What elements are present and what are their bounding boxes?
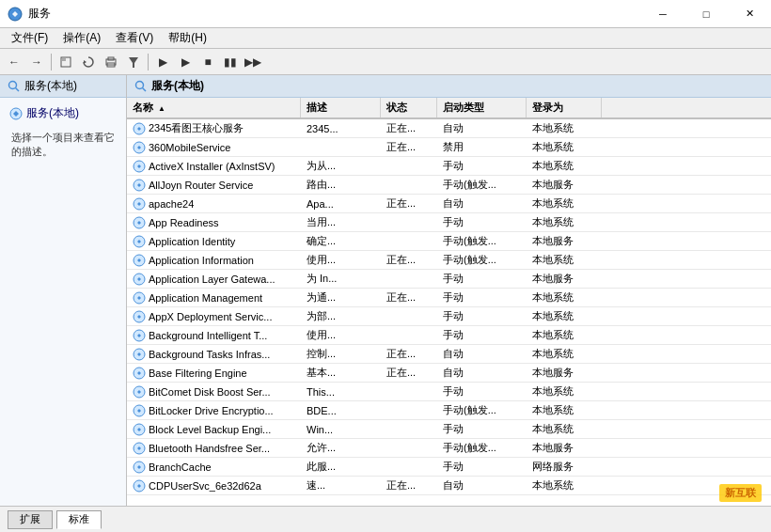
service-name-text: Base Filtering Engine: [149, 368, 247, 379]
title-bar-controls: ─ □ ✕: [641, 0, 771, 28]
tab-standard[interactable]: 标准: [56, 510, 102, 529]
toolbar-filter[interactable]: [123, 52, 144, 72]
cell-start: 自动: [437, 119, 527, 137]
toolbar-play[interactable]: ▶: [152, 52, 173, 72]
table-row[interactable]: Base Filtering Engine 基本... 正在... 自动 本地服…: [127, 364, 771, 383]
cell-login: 本地系统: [527, 326, 602, 344]
toolbar-sep-2: [148, 54, 149, 70]
cell-status: [381, 315, 437, 319]
cell-login: 本地系统: [527, 213, 602, 231]
cell-name: Background Tasks Infras...: [127, 346, 301, 363]
table-row[interactable]: AllJoyn Router Service 路由... 手动(触发... 本地…: [127, 176, 771, 195]
col-header-name[interactable]: 名称 ▲: [127, 98, 301, 117]
toolbar-sep-1: [51, 54, 52, 70]
service-name-text: Block Level Backup Engi...: [149, 424, 271, 435]
cell-desc: 基本...: [301, 364, 381, 382]
status-bar: 扩展 标准: [0, 506, 771, 532]
menu-view[interactable]: 查看(V): [108, 28, 161, 48]
minimize-button[interactable]: ─: [641, 0, 684, 28]
left-pane: 服务(本地) 服务(本地) 选择一个项目来查看它的描述。: [0, 75, 127, 506]
toolbar-up[interactable]: [55, 52, 76, 72]
table-row[interactable]: BitComet Disk Boost Ser... This... 手动 本地…: [127, 383, 771, 401]
table-row[interactable]: Background Intelligent T... 使用... 手动 本地系…: [127, 326, 771, 345]
table-row[interactable]: CDPUserSvc_6e32d62a 速... 正在... 自动 本地系统: [127, 477, 771, 495]
toolbar-play2[interactable]: ▶: [175, 52, 196, 72]
table-row[interactable]: Background Tasks Infras... 控制... 正在... 自…: [127, 345, 771, 364]
cell-status: [381, 240, 437, 243]
toolbar-back[interactable]: ←: [4, 52, 24, 72]
service-name-text: CDPUserSvc_6e32d62a: [149, 480, 261, 492]
cell-status: 正在...: [381, 345, 437, 363]
cell-status: [381, 164, 437, 168]
table-row[interactable]: BitLocker Drive Encryptio... BDE... 手动(触…: [127, 401, 771, 420]
toolbar: ← → ▶ ▶ ■ ▮▮ ▶▶: [0, 49, 771, 75]
col-header-login[interactable]: 登录为: [527, 98, 602, 117]
tab-expand[interactable]: 扩展: [8, 510, 53, 529]
cell-start: 手动: [437, 383, 527, 400]
cell-login: 本地系统: [527, 138, 602, 156]
cell-login: 本地服务: [527, 176, 602, 194]
svg-point-11: [136, 81, 144, 88]
col-header-status[interactable]: 状态: [381, 98, 437, 117]
cell-name: Block Level Backup Engi...: [127, 421, 301, 438]
table-row[interactable]: BranchCache 此服... 手动 网络服务: [127, 458, 771, 477]
toolbar-forward[interactable]: →: [26, 52, 47, 72]
table-row[interactable]: Bluetooth Handsfree Ser... 允许... 手动(触发..…: [127, 439, 771, 458]
menu-help[interactable]: 帮助(H): [161, 28, 214, 48]
cell-login: 本地服务: [527, 364, 602, 382]
close-button[interactable]: ✕: [728, 0, 771, 28]
cell-status: [381, 446, 437, 450]
toolbar-restart[interactable]: ▶▶: [243, 52, 263, 72]
table-row[interactable]: Application Identity 确定... 手动(触发... 本地服务: [127, 232, 771, 251]
table-row[interactable]: Application Management 为通... 正在... 手动 本地…: [127, 289, 771, 307]
toolbar-print[interactable]: [101, 52, 121, 72]
table-row[interactable]: App Readiness 当用... 手动 本地系统: [127, 213, 771, 232]
toolbar-refresh[interactable]: [78, 52, 99, 72]
toolbar-pause[interactable]: ▮▮: [220, 52, 241, 72]
cell-desc: 控制...: [301, 345, 381, 363]
service-icon: [133, 404, 146, 417]
cell-status: 正在...: [381, 251, 437, 269]
service-icon: [133, 367, 146, 380]
cell-status: 正在...: [381, 119, 437, 137]
service-icon: [133, 291, 146, 305]
menu-action[interactable]: 操作(A): [55, 28, 108, 48]
service-table[interactable]: 名称 ▲ 描述 状态 启动类型 登录为 2345看图王核心服务 2345... …: [127, 98, 771, 506]
cell-desc: 速...: [301, 477, 381, 494]
table-row[interactable]: Block Level Backup Engi... Win... 手动 本地系…: [127, 420, 771, 439]
service-name-text: 360MobileService: [149, 142, 230, 153]
cell-desc: 允许...: [301, 439, 381, 457]
service-icon: [133, 197, 146, 211]
col-header-start[interactable]: 启动类型: [437, 98, 527, 117]
table-row[interactable]: apache24 Apa... 正在... 自动 本地系统: [127, 195, 771, 213]
cell-start: 手动: [437, 326, 527, 344]
left-tree-item[interactable]: 服务(本地): [6, 103, 120, 123]
cell-name: BitComet Disk Boost Ser...: [127, 383, 301, 400]
service-icon: [133, 179, 146, 192]
table-row[interactable]: ActiveX Installer (AxInstSV) 为从... 手动 本地…: [127, 157, 771, 176]
cell-status: 正在...: [381, 477, 437, 494]
maximize-button[interactable]: □: [684, 0, 728, 28]
cell-start: 自动: [437, 364, 527, 382]
service-name-text: Application Layer Gatewa...: [149, 274, 275, 285]
table-row[interactable]: Application Layer Gatewa... 为 In... 手动 本…: [127, 270, 771, 289]
table-row[interactable]: 2345看图王核心服务 2345... 正在... 自动 本地系统: [127, 119, 771, 138]
toolbar-stop[interactable]: ■: [197, 52, 218, 72]
service-icon: [133, 254, 146, 267]
cell-desc: 当用...: [301, 213, 381, 231]
col-header-desc[interactable]: 描述: [301, 98, 381, 117]
cell-desc: 为从...: [301, 157, 381, 175]
cell-start: 手动(触发...: [437, 176, 527, 194]
svg-rect-2: [62, 58, 66, 61]
service-icon: [133, 160, 146, 173]
service-icon: [133, 423, 146, 436]
table-row[interactable]: 360MobileService 正在... 禁用 本地系统: [127, 138, 771, 157]
service-name-text: Bluetooth Handsfree Ser...: [149, 443, 270, 454]
menu-file[interactable]: 文件(F): [4, 28, 55, 48]
service-icon: [133, 122, 146, 135]
service-name-text: AppX Deployment Servic...: [149, 311, 272, 322]
table-row[interactable]: AppX Deployment Servic... 为部... 手动 本地系统: [127, 307, 771, 326]
right-pane: 服务(本地) 名称 ▲ 描述 状态 启动类型 登录为 2345看图王核心服务 2…: [127, 75, 771, 506]
cell-login: 本地系统: [527, 383, 602, 400]
table-row[interactable]: Application Information 使用... 正在... 手动(触…: [127, 251, 771, 270]
